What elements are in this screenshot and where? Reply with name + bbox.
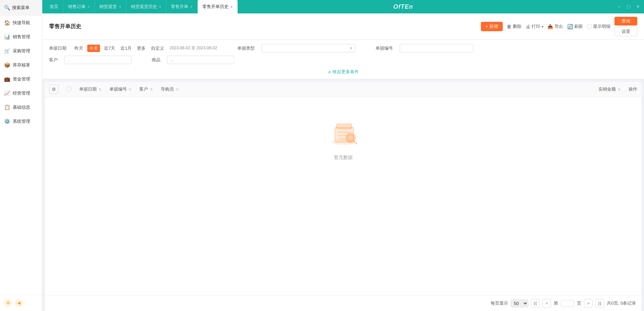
sidebar-search-label: 搜索菜单: [12, 5, 30, 11]
type-select-arrow: ▾: [350, 46, 352, 51]
delete-button[interactable]: 🗑 删除: [507, 23, 522, 30]
goods-label: 商品: [152, 57, 160, 63]
main-content: 首页 销售订单 × 销货退货 × 销货退货历史 × 零售开单 × 零售开单历史 …: [42, 0, 644, 311]
show-detail-checkbox[interactable]: 显示明细: [587, 23, 610, 30]
show-detail-check[interactable]: [587, 24, 592, 29]
page-input[interactable]: 1: [561, 300, 574, 307]
export-button[interactable]: 📤 导出: [547, 23, 563, 30]
date-opt-7days[interactable]: 近7天: [103, 45, 116, 52]
window-controls: － □ ×: [616, 3, 641, 10]
goods-placeholder: ...: [170, 57, 174, 62]
refresh-icon: 🔄: [567, 24, 573, 29]
type-select[interactable]: ▾: [261, 44, 355, 52]
page-header: 零售开单历史 + 新增 🗑 删除 🖨 打印 ▾ 📤 导出 🔄: [42, 13, 644, 40]
empty-text: 暂无数据: [334, 155, 353, 161]
sidebar-search[interactable]: 🔍 搜索菜单: [0, 0, 42, 16]
customer-placeholder: ...: [67, 57, 71, 62]
customer-select[interactable]: ...: [64, 56, 132, 64]
tab-sales-return-history-close[interactable]: ×: [159, 5, 161, 9]
tab-sales-return-close[interactable]: ×: [119, 5, 121, 9]
tab-sales-return-history-label: 销货退货历史: [131, 4, 157, 10]
collapse-button[interactable]: ∧ 收起更多条件: [328, 69, 359, 75]
table-settings-btn[interactable]: ⚙: [49, 85, 58, 94]
sidebar-settings-btn[interactable]: ⚙: [4, 299, 12, 307]
sort-date-icon[interactable]: ⇅: [99, 88, 101, 91]
page-size-select[interactable]: 50 20 100: [511, 300, 528, 307]
th-customer: 客户 ⇅: [135, 82, 157, 97]
svg-rect-2: [337, 124, 352, 129]
date-label: 单据日期: [49, 45, 66, 51]
select-all-checkbox[interactable]: [66, 87, 71, 91]
tab-home[interactable]: 首页: [45, 0, 63, 13]
date-opt-custom[interactable]: 自定义: [150, 45, 165, 52]
maximize-btn[interactable]: □: [625, 4, 632, 10]
tab-sales-return-history[interactable]: 销货退货历史 ×: [126, 0, 166, 13]
page-content: 零售开单历史 + 新增 🗑 删除 🖨 打印 ▾ 📤 导出 🔄: [42, 13, 644, 311]
total-info: 共0页, 0条记录: [607, 300, 636, 306]
basic-info-icon: 📋: [4, 104, 10, 110]
sidebar-item-system[interactable]: ⚙️ 系统管理: [0, 114, 42, 128]
sidebar: 🔍 搜索菜单 🏠 快捷导航 📊 销售管理 🛒 采购管理 📦 库存核算 💼 资金管…: [0, 0, 42, 311]
th-date: 单据日期 ⇅: [75, 82, 105, 97]
refresh-button[interactable]: 🔄 刷新: [567, 23, 583, 30]
date-opt-more[interactable]: 更多: [136, 45, 147, 52]
table-wrapper: ⚙ 单据日期 ⇅ 单据编号 ⇅: [45, 82, 641, 295]
date-opt-yesterday[interactable]: 昨天: [73, 45, 85, 52]
sidebar-item-quick-nav[interactable]: 🏠 快捷导航: [0, 16, 42, 30]
filter-row-1: 单据日期 昨天 今天 近7天 近1月 更多 自定义 2023-06-02 至 2…: [49, 44, 637, 52]
close-btn[interactable]: ×: [635, 4, 641, 10]
tab-retail-history-close[interactable]: ×: [231, 5, 233, 9]
data-table: ⚙ 单据日期 ⇅ 单据编号 ⇅: [45, 82, 641, 97]
sort-customer-icon[interactable]: ⇅: [150, 88, 153, 91]
date-opt-1month[interactable]: 近1月: [119, 45, 133, 52]
th-checkbox: [62, 82, 75, 97]
next-page-btn[interactable]: ＞: [584, 299, 593, 308]
goto-label: 第: [554, 300, 558, 306]
sidebar-item-basic-info[interactable]: 📋 基础信息: [0, 100, 42, 114]
setting-button[interactable]: 设置: [614, 27, 637, 36]
finance-icon: 💼: [4, 76, 10, 82]
tab-sales-return[interactable]: 销货退货 ×: [95, 0, 126, 13]
sidebar-item-purchase-mgmt[interactable]: 🛒 采购管理: [0, 44, 42, 58]
sales-icon: 📊: [4, 34, 10, 40]
collapse-row: ∧ 收起更多条件: [49, 67, 637, 75]
filter-row-2: 客户 ... 商品 ...: [49, 56, 637, 64]
sidebar-item-inventory[interactable]: 📦 库存核算: [0, 58, 42, 72]
page-size-label: 每页显示: [491, 300, 508, 306]
order-no-input[interactable]: [400, 44, 474, 52]
sidebar-bottom: ⚙ ◀: [0, 295, 42, 311]
sort-salesperson-icon[interactable]: ⇅: [176, 88, 179, 91]
tab-retail-history[interactable]: 零售开单历史 ×: [198, 0, 238, 13]
pagination: 每页显示 50 20 100 ⟨⟨ ＜ 第 1 页 ＞ ⟩⟩ 共0页, 0条记录: [45, 295, 641, 311]
last-page-btn[interactable]: ⟩⟩: [595, 299, 604, 308]
inventory-icon: 📦: [4, 62, 10, 68]
tab-retail-open-close[interactable]: ×: [190, 5, 192, 9]
tab-sales-order-close[interactable]: ×: [88, 5, 90, 9]
add-button[interactable]: + 新增: [481, 22, 503, 31]
sort-orderno-icon[interactable]: ⇅: [129, 88, 131, 91]
tab-retail-open[interactable]: 零售开单 ×: [166, 0, 197, 13]
first-page-btn[interactable]: ⟨⟨: [531, 299, 540, 308]
sidebar-item-sales-mgmt[interactable]: 📊 销售管理: [0, 30, 42, 44]
print-button[interactable]: 🖨 打印 ▾: [526, 23, 543, 30]
th-amount: 实销金额 ⇅: [594, 82, 625, 97]
sidebar-collapse-btn[interactable]: ◀: [15, 299, 23, 307]
minimize-btn[interactable]: －: [616, 3, 623, 10]
tab-retail-history-label: 零售开单历史: [202, 4, 229, 10]
system-icon: ⚙️: [4, 118, 10, 124]
query-setting-group: 查询 设置: [614, 17, 637, 36]
print-dropdown-icon: ▾: [542, 25, 543, 29]
customer-label: 客户: [49, 57, 58, 63]
search-icon: 🔍: [4, 5, 10, 11]
prev-page-btn[interactable]: ＜: [542, 299, 551, 308]
sort-amount-icon[interactable]: ⇅: [618, 88, 621, 91]
query-button[interactable]: 查询: [614, 17, 637, 25]
date-opt-today[interactable]: 今天: [87, 45, 100, 52]
th-settings: ⚙: [45, 82, 62, 97]
tab-sales-order[interactable]: 销售订单 ×: [63, 0, 95, 13]
sidebar-item-finance[interactable]: 💼 资金管理: [0, 72, 42, 86]
empty-icon: [327, 117, 360, 151]
sidebar-item-operations[interactable]: 📈 经营管理: [0, 86, 42, 100]
goods-select[interactable]: ...: [167, 56, 234, 64]
print-icon: 🖨: [526, 24, 530, 29]
